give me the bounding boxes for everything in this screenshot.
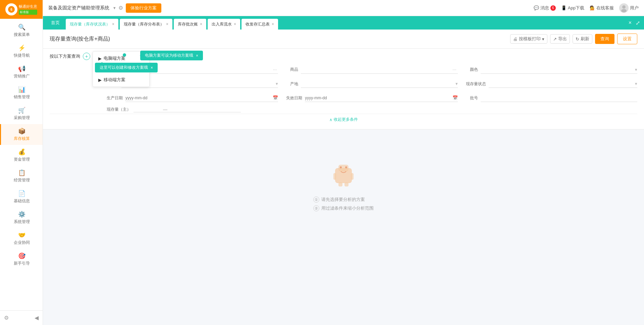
filter-row-2: 尺码 ▾ 产地 ▾ [107,78,637,89]
avatar [619,3,629,13]
tab-close-batch-account[interactable]: × [200,22,202,26]
batch-no-control [481,94,637,102]
production-date-input[interactable] [125,96,273,100]
app-download-btn[interactable]: 📱 App下载 [561,5,584,11]
system-select-btn[interactable]: ▾ [113,5,116,10]
tab-receipts-summary[interactable]: 收发存汇总表 × [241,19,278,30]
origin-dropdown-icon: ▾ [455,81,458,86]
warehouse-more-icon[interactable]: ··· [272,67,278,72]
app-download-label: App下载 [568,5,584,11]
expiry-date-input[interactable] [305,96,452,100]
color-control[interactable]: ▾ [481,66,637,74]
inventory-icon: 📦 [18,127,25,135]
expiry-date-calendar-icon[interactable]: 📅 [452,95,458,100]
sidebar-item-basic-info[interactable]: 📄 基础信息 [0,186,43,207]
sidebar-item-purchase[interactable]: 🛒 采购管理 [0,103,43,124]
stock-main-from-input[interactable] [133,107,160,112]
sidebar-item-enterprise[interactable]: 🤝 企业协同 [0,228,43,249]
sales-icon: 📊 [18,86,25,93]
industry-btn[interactable]: 体验行业方案 [126,3,161,13]
sidebar-nav: 🔍 搜索菜单 ⚡ 快捷导航 📢 营销推广 📊 销售管理 🛒 采购管理 📦 库存核… [0,19,43,310]
sidebar-item-quick-label: 快捷导航 [14,53,30,58]
goods-more-icon[interactable]: ··· [451,67,458,72]
search-btn[interactable]: 查询 [595,34,614,44]
stock-status-field: 现存量状态 ▾ [466,80,637,88]
expiry-date-field: 失效日期 📅 [286,94,458,102]
sidebar-item-purchase-label: 采购管理 [14,115,30,121]
sidebar-item-inventory[interactable]: 📦 库存核算 [0,124,43,145]
collapse-row: ∧ 收起更多条件 [50,114,637,125]
stock-status-control[interactable]: ▾ [489,80,637,88]
tabs-bar: 首页 现存量（库存状况表） × 现存量（库存分布表） × 库存批次账 × 出入库… [43,16,644,30]
settings-gear-btn[interactable]: ⚙ [118,5,123,11]
tabs-fullscreen-btn[interactable]: ⤢ [634,20,641,26]
marketing-icon: 📢 [18,65,25,72]
sidebar-item-search[interactable]: 🔍 搜索菜单 [0,20,43,41]
finance-icon: 💰 [18,148,25,156]
sidebar-item-marketing-label: 营销推广 [14,73,30,79]
online-service-btn[interactable]: 💁 在线客服 [590,5,614,11]
sidebar-item-sales[interactable]: 📊 销售管理 [0,83,43,103]
tab-inventory-distribution[interactable]: 现存量（库存分布表） × [120,19,172,30]
stock-main-separator: — [163,107,167,112]
guide-icon: 🎯 [18,252,25,260]
goods-input[interactable] [301,67,451,72]
svg-point-4 [621,9,627,12]
svg-rect-6 [338,165,348,171]
sidebar-item-guide[interactable]: 🎯 新手引导 [0,249,43,270]
user-btn[interactable]: 用户 [619,3,639,13]
tab-home[interactable]: 首页 [46,16,65,30]
sidebar-item-guide-label: 新手引导 [14,261,30,266]
production-date-calendar-icon[interactable]: 📅 [273,95,278,100]
logo-text: 畅通好生意 [19,4,37,9]
tabs-close-all-btn[interactable]: × [627,20,633,26]
goods-control: ··· [301,65,458,74]
expiry-date-control: 📅 [305,94,458,102]
empty-step-1-num: ① [313,197,319,203]
sidebar-item-quick[interactable]: ⚡ 快捷导航 [0,41,43,62]
tab-stock-flow[interactable]: 出入库流水 × [208,19,240,30]
export-icon: ↗ [553,37,557,42]
sidebar-item-finance[interactable]: 💰 资金管理 [0,145,43,166]
production-date-field: 生产日期 📅 [107,94,278,102]
tab-close-inventory-status[interactable]: × [112,22,114,26]
tooltip2-close-btn[interactable]: × [151,65,153,70]
tooltip1-close-btn[interactable]: × [196,53,198,58]
tab-close-inventory-distribution[interactable]: × [166,22,168,26]
quick-nav-icon: ⚡ [18,44,25,52]
sidebar-item-system[interactable]: ⚙️ 系统管理 [0,207,43,228]
message-btn[interactable]: 💬 消息 6 [534,5,556,11]
tabs-controls: × ⤢ [627,20,641,26]
export-btn[interactable]: ↗ 导出 [550,34,570,44]
print-btn[interactable]: 🖨 按模板打印 ▾ [510,34,547,44]
collapse-btn[interactable]: ∧ 收起更多条件 [52,117,635,122]
refresh-btn[interactable]: ↻ 刷新 [573,34,592,44]
tab-close-stock-flow[interactable]: × [234,22,236,26]
origin-field: 产地 ▾ [286,80,458,88]
tab-batch-account[interactable]: 库存批次账 × [174,19,206,30]
tab-inventory-status[interactable]: 现存量（库存状况表） × [66,19,118,30]
settings-btn[interactable]: 设置 [617,34,637,44]
stock-main-to-input[interactable] [170,107,197,112]
svg-rect-11 [338,182,342,186]
sidebar-item-marketing[interactable]: 📢 营销推广 [0,62,43,83]
sidebar-item-operations-label: 经营管理 [14,177,30,183]
user-label: 用户 [630,5,639,11]
origin-control[interactable]: ▾ [301,80,458,88]
main-area: 装备及固定资产辅助管理系统 ▾ ⚙ 体验行业方案 💬 消息 6 📱 App下载 … [43,0,644,325]
refresh-label: 刷新 [581,36,589,42]
filter-add-btn[interactable]: + [83,53,90,60]
color-input[interactable] [481,67,635,72]
origin-input[interactable] [301,82,455,86]
tab-close-receipts-summary[interactable]: × [272,22,274,26]
settings-bottom-btn[interactable]: ⚙ [4,315,9,321]
sidebar-item-operations[interactable]: 📋 经营管理 [0,166,43,186]
filter-row-4: 现存量（主） — [107,107,241,112]
message-badge: 6 [550,5,556,11]
collapse-sidebar-btn[interactable]: ◀ [35,315,39,321]
header-right: 💬 消息 6 📱 App下载 💁 在线客服 用户 [534,3,639,13]
batch-no-input[interactable] [481,96,637,100]
size-dropdown-icon: ▾ [276,81,278,86]
stock-status-input[interactable] [489,82,635,86]
tab-inventory-status-label: 现存量（库存状况表） [70,21,110,27]
